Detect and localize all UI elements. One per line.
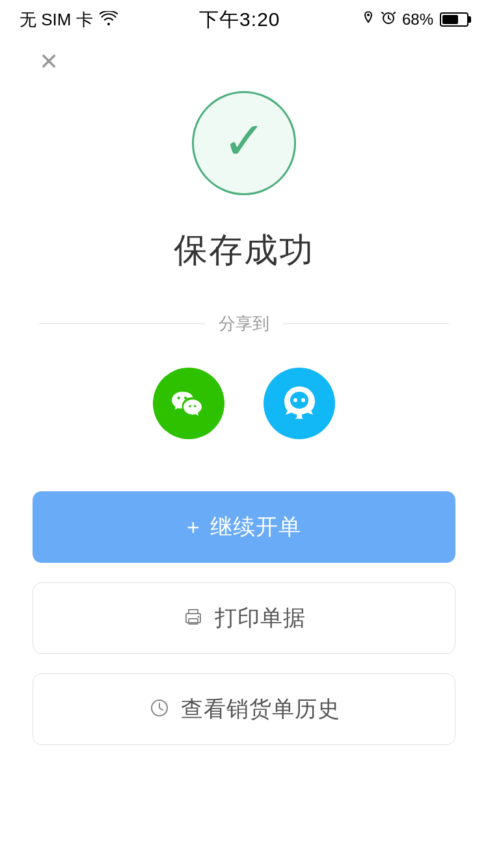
action-buttons: + 继续开单 打印单据 查看销货单历史 xyxy=(0,491,488,745)
svg-point-0 xyxy=(367,14,370,16)
divider-right xyxy=(282,323,449,324)
qq-share-button[interactable] xyxy=(264,368,335,439)
plus-icon: + xyxy=(187,516,200,538)
svg-point-4 xyxy=(198,616,200,617)
status-right-group: 68% xyxy=(362,10,468,29)
clock-icon xyxy=(148,697,170,722)
carrier-text: 无 SIM 卡 xyxy=(20,8,93,31)
print-icon xyxy=(182,606,204,631)
alarm-icon xyxy=(381,10,396,29)
close-icon: ✕ xyxy=(39,50,59,74)
divider-left xyxy=(39,323,206,324)
share-divider: 分享到 xyxy=(39,312,449,335)
main-content: ✓ 保存成功 分享到 xyxy=(0,39,488,745)
qq-icon xyxy=(278,383,320,424)
location-icon xyxy=(362,10,375,29)
history-label: 查看销货单历史 xyxy=(181,694,340,724)
battery-text: 68% xyxy=(402,10,433,29)
wechat-share-button[interactable] xyxy=(153,368,224,439)
status-carrier: 无 SIM 卡 xyxy=(20,8,118,31)
share-icons-group xyxy=(39,368,449,439)
print-label: 打印单据 xyxy=(215,603,306,633)
wechat-icon xyxy=(168,383,210,424)
continue-label: 继续开单 xyxy=(210,512,301,542)
share-section: 分享到 xyxy=(0,312,488,491)
success-circle: ✓ xyxy=(192,91,296,195)
checkmark-icon: ✓ xyxy=(223,115,266,167)
status-bar: 无 SIM 卡 下午3:20 68% xyxy=(0,0,488,39)
share-label: 分享到 xyxy=(219,312,269,335)
success-title: 保存成功 xyxy=(174,228,314,273)
continue-button[interactable]: + 继续开单 xyxy=(33,491,455,563)
wifi-icon xyxy=(100,10,118,30)
history-button[interactable]: 查看销货单历史 xyxy=(33,673,455,745)
close-button[interactable]: ✕ xyxy=(33,46,65,78)
status-time: 下午3:20 xyxy=(199,7,280,33)
print-button[interactable]: 打印单据 xyxy=(33,582,455,654)
battery-icon xyxy=(440,12,468,27)
